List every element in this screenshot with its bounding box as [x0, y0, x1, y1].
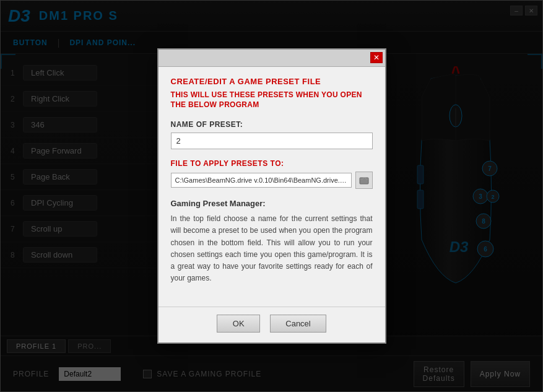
modal-description: In the top field choose a name for the c…: [171, 213, 373, 284]
file-row: [171, 172, 373, 189]
modal-ok-button[interactable]: OK: [217, 315, 260, 333]
modal-dialog: ✕ CREATE/EDIT A GAME PRESET FILE THIS WI…: [157, 48, 386, 344]
preset-name-input[interactable]: [171, 133, 373, 149]
modal-title: CREATE/EDIT A GAME PRESET FILE: [171, 77, 373, 86]
app-window: D3 DM1 PRO S – ✕ BUTTON | DPI AND POIN..…: [0, 0, 543, 392]
name-field-label: NAME OF PRESET:: [171, 120, 373, 129]
modal-body: CREATE/EDIT A GAME PRESET FILE THIS WILL…: [159, 67, 385, 307]
modal-cancel-button[interactable]: Cancel: [270, 315, 326, 333]
modal-subtitle: THIS WILL USE THESE PRESETS WHEN YOU OPE…: [171, 90, 373, 111]
modal-footer: OK Cancel: [159, 307, 385, 342]
svg-rect-15: [360, 178, 368, 184]
browse-button[interactable]: [355, 172, 373, 189]
section-title: Gaming Preset Manager:: [171, 199, 373, 208]
modal-overlay: ✕ CREATE/EDIT A GAME PRESET FILE THIS WI…: [1, 1, 542, 391]
modal-titlebar: ✕: [159, 50, 385, 67]
modal-close-button[interactable]: ✕: [370, 52, 383, 63]
file-path-input[interactable]: [171, 173, 352, 188]
file-field-label: FILE TO APPLY PRESETS TO:: [171, 159, 373, 168]
